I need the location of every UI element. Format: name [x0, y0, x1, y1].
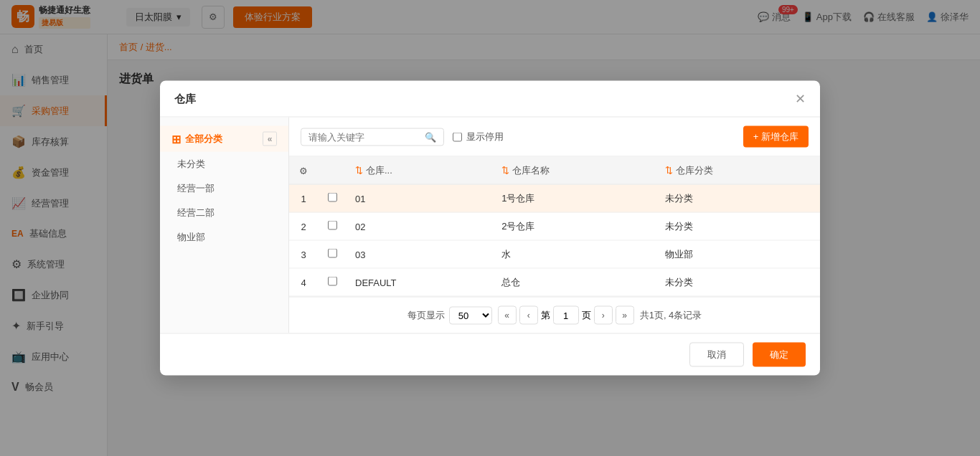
- category-all[interactable]: ⊞ 全部分类 «: [160, 126, 288, 152]
- row-checkbox[interactable]: [328, 249, 337, 258]
- row-check[interactable]: [318, 268, 347, 296]
- table-body: 1 01 1号仓库 未分类 2 02 2号仓库 未分类: [289, 184, 820, 296]
- last-page-button[interactable]: »: [616, 306, 634, 325]
- row-num: 2: [289, 212, 318, 240]
- row-num: 3: [289, 240, 318, 268]
- category-dept2[interactable]: 经营二部: [160, 201, 288, 225]
- row-warehouse-name: 2号仓库: [493, 212, 656, 240]
- warehouse-table: ⚙ ⇅仓库... ⇅仓库名称 ⇅仓库分类 1 01 1号仓库: [289, 157, 820, 297]
- modal-header: 仓库 ✕: [160, 81, 820, 118]
- category-dept1[interactable]: 经营一部: [160, 176, 288, 201]
- first-page-button[interactable]: «: [498, 306, 517, 325]
- page-navigation: « ‹ 第 页 › »: [498, 306, 634, 325]
- row-category: 未分类: [656, 268, 820, 296]
- warehouse-table-wrapper: ⚙ ⇅仓库... ⇅仓库名称 ⇅仓库分类 1 01 1号仓库: [289, 157, 820, 297]
- row-code: 01: [347, 184, 493, 212]
- col-check: [318, 157, 347, 185]
- row-code: DEFAULT: [347, 268, 493, 296]
- add-warehouse-button[interactable]: + 新增仓库: [743, 126, 809, 148]
- row-code: 02: [347, 212, 493, 240]
- warehouse-table-panel: 🔍 显示停用 + 新增仓库 ⚙ ⇅仓库... ⇅仓库名称: [289, 118, 820, 333]
- warehouse-modal: 仓库 ✕ ⊞ 全部分类 « 未分类 经营一部 经营二部 物业部 🔍: [160, 81, 820, 376]
- row-warehouse-name: 总仓: [493, 268, 656, 296]
- col-code[interactable]: ⇅仓库...: [347, 157, 493, 185]
- row-checkbox[interactable]: [328, 193, 337, 202]
- per-page-select[interactable]: 50 100: [449, 306, 492, 324]
- category-all-label: 全部分类: [185, 133, 222, 146]
- table-row[interactable]: 2 02 2号仓库 未分类: [289, 212, 820, 240]
- col-category[interactable]: ⇅仓库分类: [656, 157, 820, 185]
- row-check[interactable]: [318, 184, 347, 212]
- modal-footer: 取消 确定: [160, 333, 820, 376]
- per-page-label: 每页显示: [407, 309, 445, 322]
- table-row[interactable]: 4 DEFAULT 总仓 未分类: [289, 268, 820, 296]
- category-property[interactable]: 物业部: [160, 225, 288, 250]
- right-toolbar: 🔍 显示停用 + 新增仓库: [289, 118, 820, 157]
- row-check[interactable]: [318, 212, 347, 240]
- table-header: ⚙ ⇅仓库... ⇅仓库名称 ⇅仓库分类: [289, 157, 820, 185]
- modal-body: ⊞ 全部分类 « 未分类 经营一部 经营二部 物业部 🔍 显示停用 +: [160, 118, 820, 333]
- table-row[interactable]: 1 01 1号仓库 未分类: [289, 184, 820, 212]
- grid-icon: ⊞: [171, 132, 181, 146]
- page-suffix: 页: [582, 309, 591, 322]
- modal-title: 仓库: [174, 92, 196, 105]
- row-category: 物业部: [656, 240, 820, 268]
- row-category: 未分类: [656, 184, 820, 212]
- page-number-input[interactable]: [553, 306, 579, 325]
- row-warehouse-name: 1号仓库: [493, 184, 656, 212]
- row-checkbox[interactable]: [328, 221, 337, 230]
- row-code: 03: [347, 240, 493, 268]
- row-num: 1: [289, 184, 318, 212]
- row-category: 未分类: [656, 212, 820, 240]
- show-disabled-check[interactable]: [453, 132, 462, 141]
- page-label: 第: [541, 309, 550, 322]
- collapse-button[interactable]: «: [263, 132, 277, 146]
- next-page-button[interactable]: ›: [594, 306, 613, 325]
- pagination: 每页显示 50 100 « ‹ 第 页 › » 共1页, 4条记录: [289, 297, 820, 333]
- table-row[interactable]: 3 03 水 物业部: [289, 240, 820, 268]
- category-uncategorized[interactable]: 未分类: [160, 152, 288, 176]
- total-info: 共1页, 4条记录: [640, 309, 702, 322]
- search-icon[interactable]: 🔍: [425, 131, 436, 142]
- row-check[interactable]: [318, 240, 347, 268]
- col-gear[interactable]: ⚙: [289, 157, 318, 185]
- col-name[interactable]: ⇅仓库名称: [493, 157, 656, 185]
- cancel-button[interactable]: 取消: [689, 343, 744, 367]
- search-box[interactable]: 🔍: [301, 128, 444, 146]
- row-num: 4: [289, 268, 318, 296]
- row-checkbox[interactable]: [328, 277, 337, 286]
- show-disabled-label: 显示停用: [466, 130, 504, 143]
- row-warehouse-name: 水: [493, 240, 656, 268]
- category-panel: ⊞ 全部分类 « 未分类 经营一部 经营二部 物业部: [160, 118, 289, 333]
- modal-close-button[interactable]: ✕: [795, 91, 806, 107]
- confirm-button[interactable]: 确定: [753, 343, 806, 367]
- show-disabled-checkbox[interactable]: 显示停用: [453, 130, 504, 143]
- per-page-selector: 每页显示 50 100: [407, 306, 492, 324]
- prev-page-button[interactable]: ‹: [519, 306, 538, 325]
- search-input[interactable]: [308, 131, 425, 142]
